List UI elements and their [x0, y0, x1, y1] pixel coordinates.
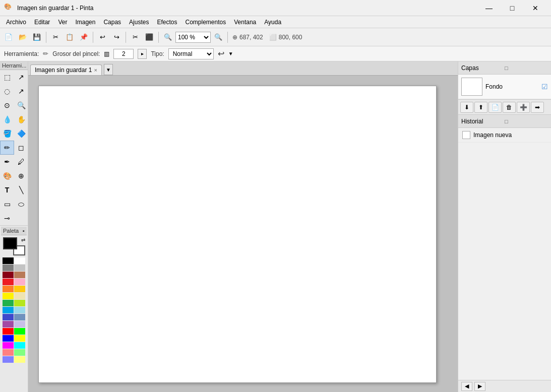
palette-color-swatch[interactable]: [14, 272, 25, 278]
palette-color-swatch[interactable]: [3, 314, 14, 320]
lasso-tool[interactable]: ◌: [0, 84, 14, 98]
menu-capas[interactable]: Capas: [99, 18, 125, 27]
ellipse-shape-tool[interactable]: ⬭: [14, 197, 28, 211]
palette-color-swatch[interactable]: [3, 293, 14, 299]
layer-duplicate-button[interactable]: 📄: [488, 102, 502, 113]
palette-color-swatch[interactable]: [3, 300, 14, 306]
palette-color-swatch[interactable]: [3, 328, 14, 335]
text-tool[interactable]: T: [0, 183, 14, 197]
zoom-select[interactable]: 100 % 50 % 200 %: [175, 32, 211, 43]
nav-back-button[interactable]: ◀: [461, 382, 472, 391]
palette-color-swatch[interactable]: [3, 286, 14, 292]
new-button[interactable]: 📄: [2, 31, 15, 44]
copy-button[interactable]: 📋: [63, 31, 76, 44]
color-tool[interactable]: 🎨: [0, 169, 14, 183]
minimize-button[interactable]: —: [477, 0, 501, 16]
layer-delete-button[interactable]: 🗑: [503, 102, 516, 113]
palette-color-swatch[interactable]: [14, 265, 25, 271]
palette-color-swatch[interactable]: [3, 265, 14, 271]
foreground-color-swatch[interactable]: [3, 237, 17, 249]
palette-color-swatch[interactable]: [3, 307, 14, 313]
close-button[interactable]: ✕: [524, 0, 547, 16]
menu-complementos[interactable]: Complementos: [181, 18, 230, 27]
menu-ver[interactable]: Ver: [54, 18, 71, 27]
line-tool[interactable]: ╲: [14, 183, 28, 197]
open-button[interactable]: 📂: [16, 31, 29, 44]
clone-tool[interactable]: ⊕: [14, 169, 28, 183]
brush-tool[interactable]: ✒: [0, 155, 14, 169]
menu-imagen[interactable]: Imagen: [71, 18, 99, 27]
layer-move-down-button[interactable]: ⬇: [460, 102, 473, 113]
palette-color-swatch[interactable]: [14, 356, 25, 363]
drawing-canvas[interactable]: [38, 86, 437, 383]
menu-efectos[interactable]: Efectos: [153, 18, 181, 27]
menu-ventana[interactable]: Ventana: [230, 18, 260, 27]
palette-color-swatch[interactable]: [3, 321, 14, 328]
palette-color-swatch[interactable]: [3, 342, 14, 349]
free-shape-tool[interactable]: ⊸: [0, 211, 14, 225]
paste-button[interactable]: 📌: [77, 31, 90, 44]
palette-color-swatch[interactable]: [3, 257, 14, 264]
move-tool[interactable]: ↗: [14, 70, 28, 84]
palette-color-swatch[interactable]: [14, 349, 25, 356]
layer-visibility-toggle[interactable]: ☑: [541, 83, 548, 91]
redo-button[interactable]: ↪: [110, 31, 123, 44]
zoom-tool[interactable]: 🔍: [14, 98, 28, 112]
swap-colors-icon[interactable]: ⇄: [21, 237, 25, 243]
palette-color-swatch[interactable]: [3, 349, 14, 356]
palette-color-swatch[interactable]: [14, 300, 25, 306]
layer-add-button[interactable]: ➕: [517, 102, 530, 113]
palette-color-swatch[interactable]: [14, 307, 25, 313]
ellipse-select-tool[interactable]: ⊙: [0, 98, 14, 112]
brush-size-increment-button[interactable]: ▸: [138, 49, 147, 59]
menu-ajustes[interactable]: Ajustes: [125, 18, 153, 27]
palette-color-swatch[interactable]: [14, 286, 25, 292]
menu-archivo[interactable]: Archivo: [2, 18, 30, 27]
pan-tool[interactable]: ✋: [14, 112, 28, 126]
history-toggle-button[interactable]: □: [505, 118, 548, 124]
palette-color-swatch[interactable]: [14, 342, 25, 349]
fill-tool[interactable]: 🪣: [0, 126, 14, 141]
zoom-out-button[interactable]: 🔍: [161, 31, 174, 44]
undo-button[interactable]: ↩: [96, 31, 109, 44]
layer-merge-button[interactable]: ➡: [531, 102, 544, 113]
zoom-in-button[interactable]: 🔍: [212, 31, 225, 44]
palette-color-swatch[interactable]: [14, 279, 25, 285]
gradient-tool[interactable]: 🔷: [14, 126, 28, 141]
canvas-container[interactable]: [28, 76, 458, 392]
palette-color-swatch[interactable]: [14, 293, 25, 299]
palette-color-swatch[interactable]: [3, 335, 14, 342]
brush-size-input[interactable]: [113, 49, 134, 59]
cut-button[interactable]: ✂: [49, 31, 62, 44]
brush-type-select[interactable]: Normal Suave Duro: [168, 48, 214, 59]
palette-color-swatch[interactable]: [3, 272, 14, 278]
ink-tool[interactable]: 🖊: [14, 155, 28, 169]
save-button[interactable]: 💾: [30, 31, 43, 44]
color-pick-tool[interactable]: 💧: [0, 112, 14, 126]
layer-move-up-button[interactable]: ⬆: [474, 102, 487, 113]
palette-color-swatch[interactable]: [14, 335, 25, 342]
palette-color-swatch[interactable]: [14, 257, 25, 264]
palette-color-swatch[interactable]: [14, 314, 25, 320]
palette-color-swatch[interactable]: [3, 279, 14, 285]
resize-button[interactable]: ⬛: [143, 31, 156, 44]
eraser-tool[interactable]: ◻: [14, 141, 28, 155]
pencil-tool[interactable]: ✏: [0, 141, 14, 155]
palette-color-swatch[interactable]: [14, 321, 25, 328]
palette-toggle-icon[interactable]: ▪: [23, 228, 25, 234]
menu-editar[interactable]: Editar: [30, 18, 54, 27]
tab-close-button[interactable]: ×: [94, 67, 97, 73]
history-item[interactable]: Imagen nueva: [458, 128, 551, 143]
crop-button[interactable]: ✂: [129, 31, 142, 44]
menu-ayuda[interactable]: Ayuda: [260, 18, 285, 27]
nav-forward-button[interactable]: ▶: [474, 382, 485, 391]
rectangle-select-tool[interactable]: ⬚: [0, 70, 14, 84]
maximize-button[interactable]: □: [501, 0, 524, 16]
tab-dropdown-button[interactable]: ▼: [104, 64, 113, 75]
zoom-select-tool[interactable]: ↗: [14, 84, 28, 98]
palette-color-swatch[interactable]: [14, 328, 25, 335]
layers-toggle-button[interactable]: □: [505, 65, 548, 71]
palette-color-swatch[interactable]: [3, 356, 14, 363]
image-tab[interactable]: Imagen sin guardar 1 ×: [30, 64, 102, 75]
rect-shape-tool[interactable]: ▭: [0, 197, 14, 211]
